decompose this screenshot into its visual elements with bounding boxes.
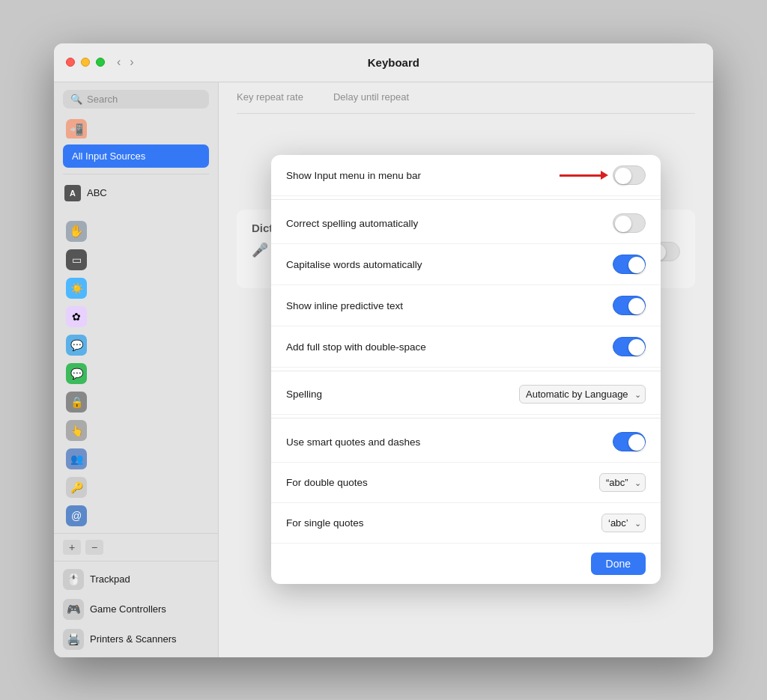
brightness-icon: ☀️ (66, 278, 87, 299)
modal: Show Input menu in menu bar (271, 155, 661, 584)
toggle-knob (615, 216, 631, 232)
input-menu-right (613, 165, 646, 185)
sidebar-icon-users[interactable]: 👥 (60, 445, 212, 472)
modal-body: Show Input menu in menu bar (271, 155, 661, 543)
sidebar-item-trackpad[interactable]: 🖱️ Trackpad (54, 564, 218, 594)
toggle-knob (628, 339, 645, 356)
all-input-sources-item[interactable]: All Input Sources (63, 144, 209, 168)
modal-row-smart-quotes: Use smart quotes and dashes (271, 421, 661, 463)
lock-icon: 🔒 (66, 392, 87, 413)
sidebar-icon-key[interactable]: 🔑 (60, 474, 212, 501)
sidebar-icon-lock[interactable]: 🔒 (60, 389, 212, 416)
sidebar-icon-fingerprint[interactable]: 👆 (60, 417, 212, 444)
main-window: ‹ › Keyboard 🔍 Search 📲 All Input Source… (54, 43, 713, 657)
sidebar: 🔍 Search 📲 All Input Sources A ABC (54, 82, 219, 657)
arrow-head (601, 171, 608, 180)
spelling-label: Spelling (286, 389, 322, 400)
sidebar-icon-brightness[interactable]: ☀️ (60, 275, 212, 302)
sidebar-icon-screen[interactable]: 💬 (60, 332, 212, 359)
main-layout: 🔍 Search 📲 All Input Sources A ABC (54, 82, 713, 657)
sidebar-icon-hand[interactable]: ✋ (60, 218, 212, 245)
modal-row-predictive: Show inline predictive text (271, 285, 661, 326)
window-title: Keyboard (86, 56, 701, 69)
modal-overlay: Show Input menu in menu bar (219, 82, 713, 657)
abc-label: ABC (87, 187, 107, 198)
sidebar-bottom-section: + − 🖱️ Trackpad 🎮 Game Controllers 🖨️ Pr… (54, 533, 218, 657)
icon-above: 📲 (66, 119, 87, 139)
double-quotes-label: For double quotes (286, 477, 368, 488)
spelling-auto-label: Correct spelling automatically (286, 218, 418, 229)
input-sources-area: All Input Sources A ABC (54, 139, 218, 212)
fullstop-toggle[interactable] (613, 337, 646, 356)
divider (63, 174, 209, 174)
input-menu-label: Show Input menu in menu bar (286, 170, 421, 181)
spelling-select-wrapper[interactable]: Automatic by Language (519, 385, 646, 404)
modal-row-fullstop: Add full stop with double-space (271, 326, 661, 368)
close-button[interactable] (66, 58, 75, 67)
capitalise-toggle[interactable] (613, 255, 646, 274)
arrow-line (560, 174, 601, 177)
search-placeholder: Search (87, 94, 118, 105)
trackpad-label: Trackpad (90, 573, 130, 585)
smart-quotes-label: Use smart quotes and dashes (286, 436, 420, 448)
content-area: Key repeat rate Delay until repeat Dicta… (219, 82, 713, 657)
sidebar-nav: 🖱️ Trackpad 🎮 Game Controllers 🖨️ Printe… (54, 561, 218, 657)
printers-icon: 🖨️ (63, 629, 84, 650)
trackpad-icon: 🖱️ (63, 569, 84, 590)
fullstop-label: Add full stop with double-space (286, 341, 426, 353)
modal-row-spelling-dropdown: Spelling Automatic by Language (271, 374, 661, 415)
display-icon: ▭ (66, 249, 87, 270)
game-controllers-icon: 🎮 (63, 599, 84, 620)
sidebar-icon-messages[interactable]: 💬 (60, 360, 212, 387)
spelling-select[interactable]: Automatic by Language (519, 385, 646, 404)
remove-button[interactable]: − (85, 540, 103, 555)
toggle-knob (628, 434, 645, 451)
abc-item[interactable]: A ABC (63, 180, 209, 206)
messages-icon: 💬 (66, 363, 87, 384)
titlebar: ‹ › Keyboard (54, 43, 713, 82)
search-icon: 🔍 (70, 94, 82, 105)
sidebar-add-remove: + − (54, 533, 218, 561)
divider-1 (271, 199, 661, 200)
double-quotes-select[interactable]: “abc” (599, 473, 646, 492)
toggle-knob (628, 257, 645, 273)
key-icon: 🔑 (66, 477, 87, 498)
abc-icon: A (64, 185, 81, 201)
modal-footer: Done (271, 543, 661, 584)
capitalise-label: Capitalise words automatically (286, 259, 422, 270)
modal-row-single-quotes: For single quotes ‘abc’ (271, 503, 661, 543)
single-quotes-select-wrapper[interactable]: ‘abc’ (601, 514, 646, 532)
single-quotes-label: For single quotes (286, 517, 364, 529)
toggle-knob (628, 298, 645, 314)
sidebar-icon-display[interactable]: ▭ (60, 246, 212, 273)
screen-icon: 💬 (66, 335, 87, 356)
flower-icon: ✿ (66, 306, 87, 327)
divider-3 (271, 418, 661, 419)
single-quotes-select[interactable]: ‘abc’ (601, 514, 646, 532)
users-icon: 👥 (66, 448, 87, 469)
modal-row-double-quotes: For double quotes “abc” (271, 463, 661, 503)
divider-2 (271, 371, 661, 371)
done-button[interactable]: Done (591, 553, 646, 575)
spelling-toggle[interactable] (613, 213, 646, 233)
hand-icon: ✋ (66, 221, 87, 242)
sidebar-item-above: 📲 (60, 116, 212, 139)
fingerprint-icon: 👆 (66, 420, 87, 441)
predictive-toggle[interactable] (613, 296, 646, 315)
printers-label: Printers & Scanners (90, 633, 177, 645)
modal-row-capitalise: Capitalise words automatically (271, 244, 661, 285)
sidebar-icon-flower[interactable]: ✿ (60, 303, 212, 330)
sidebar-item-game-controllers[interactable]: 🎮 Game Controllers (54, 594, 218, 624)
modal-row-spelling: Correct spelling automatically (271, 203, 661, 244)
toggle-knob (615, 168, 631, 184)
sidebar-icon-at[interactable]: @ (60, 502, 212, 529)
predictive-label: Show inline predictive text (286, 300, 403, 311)
double-quotes-select-wrapper[interactable]: “abc” (599, 473, 646, 492)
input-menu-toggle[interactable] (613, 165, 646, 185)
search-bar[interactable]: 🔍 Search (63, 90, 209, 109)
add-button[interactable]: + (63, 540, 81, 555)
at-icon: @ (66, 505, 87, 526)
smart-quotes-toggle[interactable] (613, 432, 646, 451)
sidebar-item-printers[interactable]: 🖨️ Printers & Scanners (54, 624, 218, 654)
modal-row-input-menu: Show Input menu in menu bar (271, 155, 661, 196)
